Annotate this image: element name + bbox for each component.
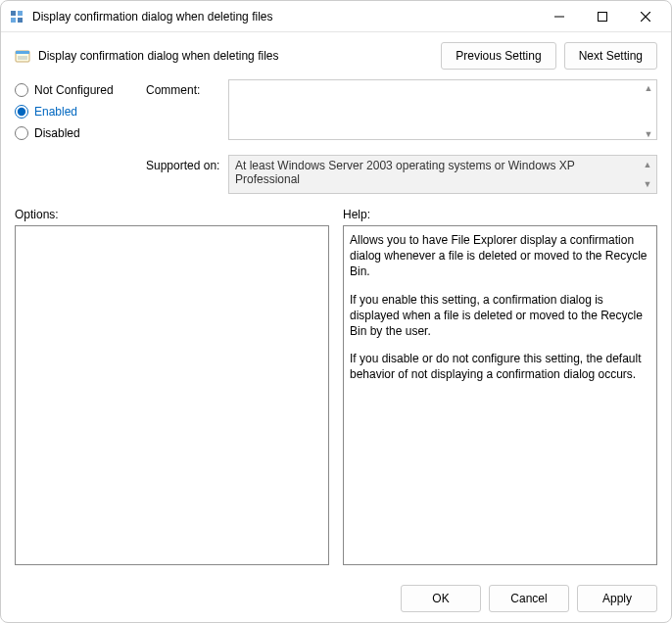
dialog-footer: OK Cancel Apply	[1, 575, 671, 622]
options-section-label: Options:	[15, 208, 329, 221]
cancel-button[interactable]: Cancel	[489, 585, 569, 612]
help-paragraph: If you enable this setting, a confirmati…	[350, 292, 650, 340]
svg-rect-0	[11, 11, 16, 16]
radio-disabled[interactable]: Disabled	[15, 126, 142, 140]
help-paragraph: If you disable or do not configure this …	[350, 351, 650, 382]
radio-enabled[interactable]: Enabled	[15, 105, 142, 119]
radio-input-enabled[interactable]	[15, 105, 28, 119]
help-panel: Allows you to have File Explorer display…	[343, 225, 657, 565]
apply-button[interactable]: Apply	[577, 585, 657, 612]
radio-label-disabled: Disabled	[34, 126, 80, 140]
window-title: Display confirmation dialog when deletin…	[32, 10, 538, 24]
radio-input-not-configured[interactable]	[15, 83, 28, 97]
scroll-up-icon: ▲	[642, 81, 655, 95]
radio-input-disabled[interactable]	[15, 126, 28, 140]
window-controls	[538, 2, 667, 31]
app-icon	[9, 9, 24, 24]
policy-header: Display confirmation dialog when deletin…	[1, 32, 671, 75]
scroll-up-icon: ▲	[641, 158, 654, 171]
svg-rect-3	[18, 18, 23, 23]
minimize-button[interactable]	[538, 2, 581, 31]
help-paragraph: Allows you to have File Explorer display…	[350, 232, 650, 280]
svg-rect-5	[599, 12, 607, 21]
help-section-label: Help:	[343, 208, 657, 221]
supported-on-label: Supported on:	[146, 155, 224, 194]
previous-setting-button[interactable]: Previous Setting	[441, 42, 555, 70]
policy-icon	[15, 48, 30, 64]
state-radio-group: Not Configured Enabled Disabled	[15, 79, 142, 143]
options-panel	[15, 225, 329, 565]
close-button[interactable]	[624, 2, 667, 31]
policy-title: Display confirmation dialog when deletin…	[38, 49, 441, 63]
supported-on-value: At least Windows Server 2003 operating s…	[228, 155, 657, 194]
svg-rect-9	[16, 51, 29, 54]
maximize-button[interactable]	[581, 2, 624, 31]
radio-label-enabled: Enabled	[34, 105, 77, 119]
radio-not-configured[interactable]: Not Configured	[15, 83, 142, 97]
supported-on-text: At least Windows Server 2003 operating s…	[235, 159, 575, 186]
svg-rect-2	[11, 18, 16, 23]
comment-input[interactable]	[228, 79, 657, 140]
next-setting-button[interactable]: Next Setting	[564, 42, 657, 70]
radio-label-not-configured: Not Configured	[34, 83, 114, 97]
ok-button[interactable]: OK	[401, 585, 481, 612]
svg-rect-1	[18, 11, 23, 16]
comment-label: Comment:	[146, 79, 224, 97]
scroll-down-icon: ▼	[641, 177, 654, 191]
scroll-down-icon: ▼	[642, 127, 655, 141]
title-bar: Display confirmation dialog when deletin…	[1, 1, 671, 32]
